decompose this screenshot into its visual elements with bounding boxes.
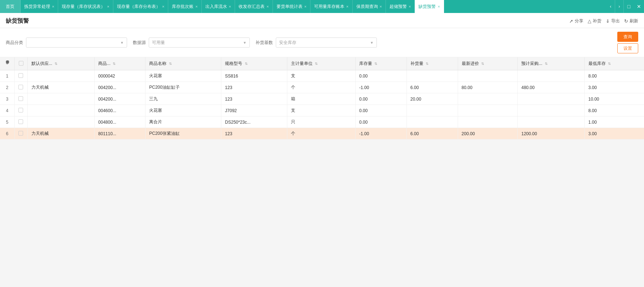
th-spec[interactable]: 规格型号 ⇅	[221, 57, 287, 70]
close-expiry-query-btn[interactable]: ×	[380, 4, 382, 9]
refresh-button[interactable]: ↻ 刷新	[624, 18, 638, 24]
th-stock-qty[interactable]: 库存量 ⇅	[356, 57, 407, 70]
close-inout-flow-btn[interactable]: ×	[229, 4, 231, 9]
row-checkbox[interactable]	[18, 73, 23, 78]
col-est-purchase: 1200.00	[518, 128, 585, 140]
col-unit: 支	[287, 70, 355, 82]
data-table: 默认供应... ⇅ 商品... ⇅ 商品名称 ⇅ 规格型号 ⇅	[0, 57, 644, 140]
th-product-code[interactable]: 商品... ⇅	[95, 57, 145, 70]
sort-unit-icon: ⇅	[315, 62, 318, 66]
row-checkbox[interactable]	[18, 119, 23, 124]
col-stock-qty: 0.00	[356, 116, 407, 128]
col-unit: 箱	[287, 93, 355, 105]
col-checkbox	[14, 82, 27, 93]
th-est-purchase-label: 预计采购...	[521, 61, 542, 66]
nav-tab-shortage[interactable]: 缺货预警 ×	[415, 0, 444, 13]
nav-tab-expiry-query[interactable]: 保质期查询 ×	[353, 0, 386, 13]
export-label: 导出	[611, 18, 620, 24]
window-restore-btn[interactable]: □	[624, 0, 634, 13]
th-latest-price[interactable]: 最新进价 ⇅	[458, 57, 518, 70]
col-replenish-qty: 6.00	[406, 82, 458, 93]
col-stock-qty: -1.00	[356, 82, 407, 93]
col-default-supplier	[27, 116, 95, 128]
row-checkbox[interactable]	[18, 96, 23, 101]
col-default-supplier	[27, 105, 95, 116]
sort-default-supplier-icon: ⇅	[55, 62, 57, 66]
th-default-supplier[interactable]: 默认供应... ⇅	[27, 57, 95, 70]
category-filter-group: 商品分类 ▼	[6, 37, 127, 48]
nav-tab-home[interactable]: 首页	[0, 0, 21, 13]
data-table-container: 默认供应... ⇅ 商品... ⇅ 商品名称 ⇅ 规格型号 ⇅	[0, 57, 644, 140]
nav-tab-order-stats[interactable]: 要货单统计表 ×	[273, 0, 310, 13]
datasource-select[interactable]: 可用量 ▼	[149, 37, 250, 48]
nav-tab-abnormal-label: 拣货异常处理	[24, 4, 50, 10]
replenish-button[interactable]: △ 补货	[588, 18, 601, 24]
nav-tab-stock-dist[interactable]: 现存量（库存分布表） ×	[113, 0, 168, 13]
col-stock-qty: 0.00	[356, 93, 407, 105]
nav-tab-recv-summary-label: 收发存汇总表	[239, 4, 265, 10]
nav-tab-batch-account[interactable]: 库存批次账 ×	[168, 0, 201, 13]
th-unit-label: 主计量单位	[291, 61, 313, 66]
nav-right-btn[interactable]: ›	[615, 0, 624, 13]
col-spec: 123	[221, 82, 287, 93]
col-product-code: 0000042	[95, 70, 145, 82]
share-button[interactable]: ➚ 分享	[569, 18, 583, 24]
refresh-icon: ↻	[624, 18, 628, 24]
col-unit: 支	[287, 105, 355, 116]
nav-tab-abnormal[interactable]: 拣货异常处理 ×	[21, 0, 58, 13]
nav-left-btn[interactable]: ‹	[606, 0, 615, 13]
table-row: 10000042火花塞SS816支0.008.00	[0, 70, 644, 82]
col-product-code: 004600...	[95, 105, 145, 116]
refresh-label: 刷新	[630, 18, 638, 24]
close-order-stats-btn[interactable]: ×	[304, 4, 306, 9]
th-est-purchase[interactable]: 预计采购... ⇅	[518, 57, 585, 70]
th-stock-qty-label: 库存量	[359, 61, 372, 66]
query-button[interactable]: 查询	[617, 32, 638, 42]
close-batch-account-btn[interactable]: ×	[195, 4, 197, 9]
nav-tab-shortage-label: 缺货预警	[418, 4, 436, 10]
close-shortage-btn[interactable]: ×	[438, 4, 440, 9]
export-button[interactable]: ⇓ 导出	[606, 18, 620, 24]
category-select[interactable]: ▼	[26, 37, 127, 48]
th-replenish-qty[interactable]: 补货量 ⇅	[406, 57, 458, 70]
column-settings-icon[interactable]	[4, 60, 10, 66]
window-close-btn[interactable]: ✕	[634, 0, 644, 13]
settings-button[interactable]: 设置	[617, 43, 638, 53]
col-min-stock: 8.00	[584, 105, 644, 116]
close-stock-status-btn[interactable]: ×	[107, 4, 109, 9]
th-product-code-label: 商品...	[98, 61, 110, 66]
row-checkbox[interactable]	[18, 85, 23, 89]
col-index: 1	[0, 70, 14, 82]
th-spec-label: 规格型号	[225, 61, 242, 66]
th-unit[interactable]: 主计量单位 ⇅	[287, 57, 355, 70]
th-product-name-label: 商品名称	[149, 61, 166, 66]
nav-tab-overstock[interactable]: 超储预警 ×	[386, 0, 415, 13]
nav-tab-available-ledger[interactable]: 可用量库存账本 ×	[310, 0, 352, 13]
close-overstock-btn[interactable]: ×	[409, 4, 411, 9]
nav-tab-stock-status[interactable]: 现存量（库存状况表） ×	[58, 0, 113, 13]
row-checkbox[interactable]	[18, 131, 23, 136]
col-stock-qty: 0.00	[356, 105, 407, 116]
col-spec: J7092	[221, 105, 287, 116]
col-default-supplier: 力天机械	[27, 128, 95, 140]
close-available-ledger-btn[interactable]: ×	[346, 4, 348, 9]
th-select-all[interactable]	[14, 57, 27, 70]
nav-tab-inout-flow[interactable]: 出入库流水 ×	[202, 0, 235, 13]
col-spec: SS816	[221, 70, 287, 82]
col-latest-price: 80.00	[458, 82, 518, 93]
col-min-stock: 10.00	[584, 93, 644, 105]
th-product-name[interactable]: 商品名称 ⇅	[145, 57, 221, 70]
col-checkbox	[14, 93, 27, 105]
table-row: 4004600...火花塞J7092支0.008.00	[0, 105, 644, 116]
close-recv-summary-btn[interactable]: ×	[266, 4, 269, 9]
category-label: 商品分类	[6, 40, 23, 46]
th-min-stock[interactable]: 最低库存 ⇅	[584, 57, 644, 70]
close-stock-dist-btn[interactable]: ×	[162, 4, 164, 9]
replenish-base-select[interactable]: 安全库存 ▼	[276, 37, 377, 48]
row-checkbox[interactable]	[18, 108, 23, 112]
col-product-code: 004200...	[95, 82, 145, 93]
nav-tab-recv-summary[interactable]: 收发存汇总表 ×	[235, 0, 273, 13]
replenish-base-value: 安全库存	[279, 40, 370, 46]
close-abnormal-btn[interactable]: ×	[52, 4, 54, 9]
select-all-checkbox[interactable]	[19, 61, 23, 66]
